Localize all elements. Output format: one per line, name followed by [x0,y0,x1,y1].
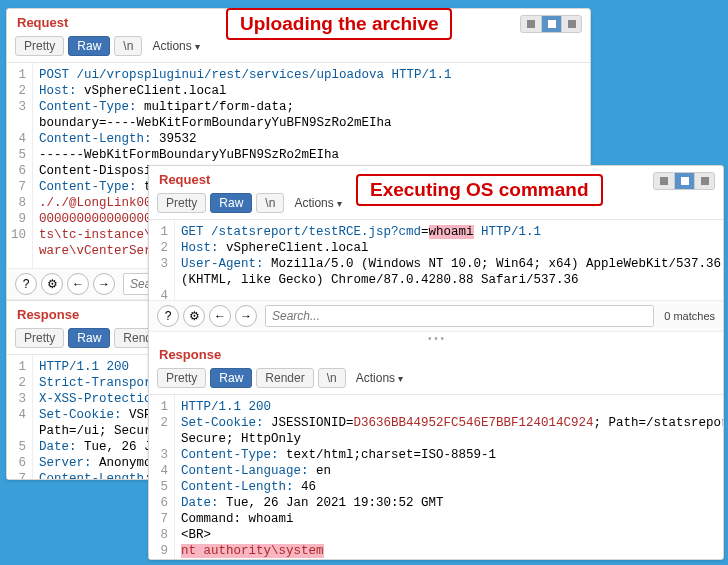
response-title: Response [17,307,79,322]
actions-dropdown[interactable]: Actions ▾ [146,37,205,55]
tab-raw[interactable]: Raw [68,328,110,348]
chevron-down-icon: ▾ [398,373,403,384]
response-title: Response [159,347,221,362]
tab-render[interactable]: Render [256,368,313,388]
tab-raw[interactable]: Raw [68,36,110,56]
view-toggle[interactable] [653,172,715,190]
tab-pretty[interactable]: Pretty [15,36,64,56]
collapse-dots: • • • [149,332,723,345]
panel-exec: Request Pretty Raw \n Actions ▾ 123 4 GE… [148,165,724,560]
tab-pretty[interactable]: Pretty [15,328,64,348]
request-title: Request [159,172,210,187]
request-title: Request [17,15,68,30]
tab-newline[interactable]: \n [114,36,142,56]
tab-pretty[interactable]: Pretty [157,368,206,388]
tab-pretty[interactable]: Pretty [157,193,206,213]
nav-next-icon[interactable]: → [93,273,115,295]
gutter: 1234 56789 [7,355,33,479]
response-body[interactable]: 12 34567891011121314 HTTP/1.1 200Set-Coo… [149,395,723,559]
search-input[interactable] [265,305,654,327]
callout-upload: Uploading the archive [226,8,452,40]
gutter: 12 34567891011121314 [149,395,175,559]
actions-label: Actions [152,39,191,53]
nav-prev-icon[interactable]: ← [209,305,231,327]
search-bar: ? ⚙ ← → 0 matches [149,300,723,332]
view-columns-icon[interactable] [654,173,674,189]
gutter: 123 45678910 [7,63,33,268]
nav-prev-icon[interactable]: ← [67,273,89,295]
response-header: Response [149,345,723,364]
actions-label: Actions [356,371,395,385]
tab-raw[interactable]: Raw [210,368,252,388]
view-single-icon[interactable] [561,16,581,32]
view-toggle[interactable] [520,15,582,33]
code: HTTP/1.1 200Set-Cookie: JSESSIONID=D3636… [175,395,723,559]
help-icon[interactable]: ? [157,305,179,327]
code: GET /statsreport/testRCE.jsp?cmd=whoami … [175,220,723,300]
view-split-icon[interactable] [541,16,561,32]
callout-exec: Executing OS command [356,174,603,206]
actions-dropdown[interactable]: Actions ▾ [288,194,347,212]
view-single-icon[interactable] [694,173,714,189]
chevron-down-icon: ▾ [195,41,200,52]
gear-icon[interactable]: ⚙ [183,305,205,327]
tab-newline[interactable]: \n [256,193,284,213]
chevron-down-icon: ▾ [337,198,342,209]
nav-next-icon[interactable]: → [235,305,257,327]
actions-label: Actions [294,196,333,210]
match-count: 0 matches [664,310,715,322]
request-body[interactable]: 123 4 GET /statsreport/testRCE.jsp?cmd=w… [149,220,723,300]
gear-icon[interactable]: ⚙ [41,273,63,295]
view-split-icon[interactable] [674,173,694,189]
search-input-wrap [265,305,654,327]
view-columns-icon[interactable] [521,16,541,32]
actions-dropdown[interactable]: Actions ▾ [350,369,409,387]
tab-newline[interactable]: \n [318,368,346,388]
gutter: 123 4 [149,220,175,300]
help-icon[interactable]: ? [15,273,37,295]
response-toolbar: Pretty Raw Render \n Actions ▾ [149,364,723,395]
tab-raw[interactable]: Raw [210,193,252,213]
